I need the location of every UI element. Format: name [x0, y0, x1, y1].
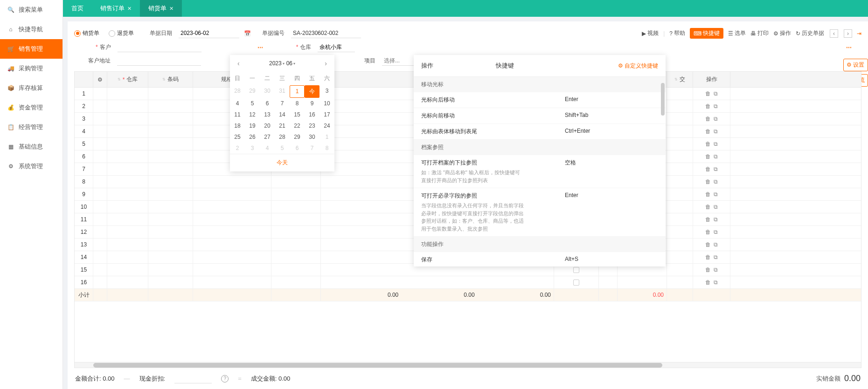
cell[interactable]: [271, 201, 321, 213]
cell[interactable]: [93, 201, 107, 213]
next-button[interactable]: ›: [844, 29, 852, 38]
cell[interactable]: [271, 264, 321, 276]
copy-icon[interactable]: ⧉: [714, 229, 718, 235]
cal-day[interactable]: 17: [319, 109, 334, 120]
cell[interactable]: [667, 251, 693, 263]
select-button[interactable]: ☰选单: [728, 29, 746, 37]
delete-icon[interactable]: 🗑: [705, 229, 711, 235]
cell[interactable]: [193, 251, 271, 263]
cal-day[interactable]: 21: [275, 120, 290, 131]
th-delivery[interactable]: ⇅交: [667, 72, 693, 87]
copy-icon[interactable]: ⧉: [714, 254, 718, 260]
cal-day[interactable]: 3: [319, 85, 334, 98]
cell[interactable]: [107, 239, 148, 251]
sidebar-item-sales[interactable]: 🛒销售管理: [0, 39, 62, 59]
th-warehouse[interactable]: ⇅*仓库: [107, 72, 148, 87]
cell[interactable]: [148, 163, 193, 175]
date-input[interactable]: [179, 28, 239, 38]
cell[interactable]: [667, 188, 693, 200]
close-icon[interactable]: ✕: [169, 6, 174, 12]
cell[interactable]: [193, 176, 271, 188]
th-barcode[interactable]: ⇅条码: [148, 72, 193, 87]
cell[interactable]: [554, 276, 599, 288]
cell[interactable]: [193, 264, 271, 276]
cal-today-button[interactable]: 今天: [230, 154, 334, 171]
cal-day[interactable]: 22: [290, 120, 305, 131]
prev-button[interactable]: ‹: [830, 29, 838, 38]
cal-day[interactable]: 12: [245, 109, 260, 120]
custom-shortcut-button[interactable]: ⚙自定义快捷键: [618, 62, 658, 70]
cell[interactable]: [93, 163, 107, 175]
delete-icon[interactable]: 🗑: [705, 90, 711, 97]
delete-icon[interactable]: 🗑: [705, 241, 711, 248]
cell[interactable]: [93, 251, 107, 263]
cal-day[interactable]: 30: [305, 131, 319, 143]
cell[interactable]: [107, 176, 148, 188]
cell[interactable]: [667, 226, 693, 238]
cal-day-next[interactable]: 3: [245, 143, 260, 154]
delete-icon[interactable]: 🗑: [705, 266, 711, 273]
cell[interactable]: [148, 113, 193, 125]
cell[interactable]: [107, 264, 148, 276]
expand-button[interactable]: ⇥: [857, 30, 861, 37]
cell[interactable]: [271, 276, 321, 288]
cell[interactable]: [271, 226, 321, 238]
delete-icon[interactable]: 🗑: [705, 191, 711, 198]
checkbox[interactable]: [573, 267, 579, 273]
cal-day[interactable]: 15: [290, 109, 305, 120]
cell[interactable]: [107, 251, 148, 263]
cell[interactable]: [93, 100, 107, 112]
cell[interactable]: [667, 88, 693, 100]
cell[interactable]: [667, 201, 693, 213]
cell[interactable]: [148, 188, 193, 200]
cal-day[interactable]: 29: [290, 131, 305, 143]
cell[interactable]: [667, 113, 693, 125]
warehouse-input[interactable]: [318, 42, 355, 52]
delete-icon[interactable]: 🗑: [705, 254, 711, 260]
cell[interactable]: [667, 163, 693, 175]
cell[interactable]: [93, 226, 107, 238]
cal-day[interactable]: 13: [260, 109, 275, 120]
cell[interactable]: [193, 276, 271, 288]
sidebar-item-search[interactable]: 🔍搜索菜单: [0, 0, 62, 20]
sidebar-item-system[interactable]: ⚙系统管理: [0, 157, 62, 176]
cal-day[interactable]: 7: [275, 98, 290, 109]
radio-sale[interactable]: 销货单: [74, 29, 99, 37]
more-icon[interactable]: ⋯: [257, 44, 264, 51]
addr-input[interactable]: [117, 56, 201, 66]
cell[interactable]: [93, 125, 107, 137]
sidebar-item-business[interactable]: 📋经营管理: [0, 117, 62, 137]
cell[interactable]: [107, 226, 148, 238]
cal-day[interactable]: 8: [290, 98, 305, 109]
cell[interactable]: [93, 150, 107, 163]
cell[interactable]: [107, 100, 148, 112]
cell[interactable]: [107, 276, 148, 288]
cell[interactable]: [193, 226, 271, 238]
cal-day-next[interactable]: 7: [305, 143, 319, 154]
cal-day-next[interactable]: 5: [275, 143, 290, 154]
cal-day[interactable]: 10: [319, 98, 334, 109]
delete-icon[interactable]: 🗑: [705, 141, 711, 147]
calendar-icon[interactable]: 📅: [244, 30, 251, 37]
cell[interactable]: [667, 264, 693, 276]
cell[interactable]: [148, 138, 193, 150]
delete-icon[interactable]: 🗑: [705, 216, 711, 223]
cell[interactable]: [107, 113, 148, 125]
cal-day[interactable]: 28: [275, 131, 290, 143]
cal-day[interactable]: 14: [275, 109, 290, 120]
cal-day[interactable]: 24: [319, 120, 334, 131]
copy-icon[interactable]: ⧉: [714, 141, 718, 147]
sidebar-item-inventory[interactable]: 📦库存核算: [0, 78, 62, 98]
cell[interactable]: [93, 239, 107, 251]
cell[interactable]: [93, 113, 107, 125]
cell[interactable]: [107, 201, 148, 213]
cell[interactable]: [107, 163, 148, 175]
sidebar-item-quicknav[interactable]: ⌂快捷导航: [0, 20, 62, 39]
cell[interactable]: [93, 213, 107, 225]
copy-icon[interactable]: ⧉: [714, 204, 718, 210]
cell[interactable]: [193, 213, 271, 225]
history-button[interactable]: ↻历史单据: [796, 29, 824, 37]
cell[interactable]: [93, 188, 107, 200]
cell[interactable]: [667, 100, 693, 112]
cal-day-next[interactable]: 4: [260, 143, 275, 154]
